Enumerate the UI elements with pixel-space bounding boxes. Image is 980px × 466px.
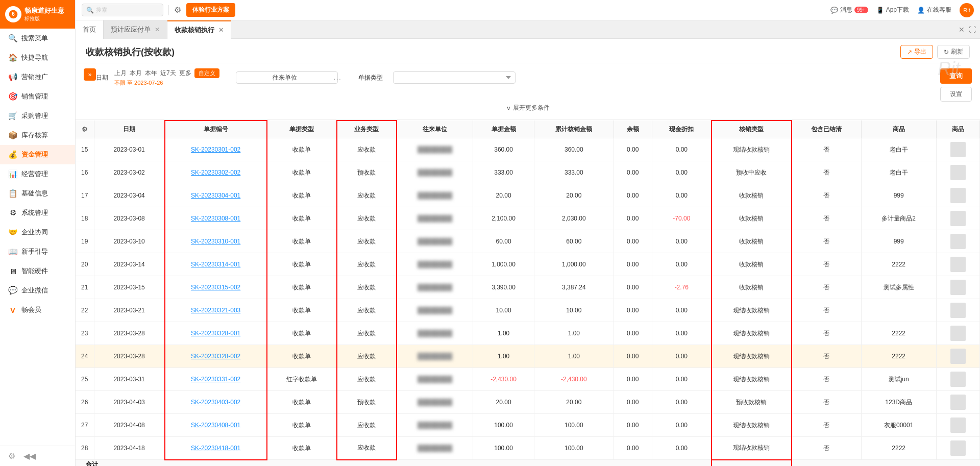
cell-bill-no[interactable]: SK-20230328-001: [165, 322, 267, 345]
cell-bill-no[interactable]: SK-20230304-001: [165, 184, 267, 207]
bill-type-select[interactable]: [393, 71, 516, 84]
table-footer-row: 合计: [76, 460, 980, 467]
cell-bill-no[interactable]: SK-20230314-001: [165, 253, 267, 276]
tab-collection[interactable]: 收款核销执行 ✕: [167, 20, 231, 39]
table-row: 26 2023-04-03 SK-20230403-002 收款单 预收款 ██…: [76, 391, 980, 414]
online-service-item[interactable]: 👤 在线客服: [917, 6, 951, 14]
close-window-icon[interactable]: ✕: [959, 26, 965, 34]
cell-bill-no[interactable]: SK-20230418-001: [165, 437, 267, 460]
footer-amount: [473, 460, 534, 467]
tab-receivable-close-icon[interactable]: ✕: [155, 26, 160, 33]
cell-partner: ████████: [397, 345, 473, 368]
sidebar-item-marketing[interactable]: 📢 营销推广: [0, 67, 75, 87]
bill-no-link[interactable]: SK-20230310-001: [191, 238, 240, 245]
date-this-year[interactable]: 本年: [145, 69, 157, 78]
filter-toggle-button[interactable]: »: [84, 68, 96, 81]
bill-no-link[interactable]: SK-20230314-001: [191, 261, 240, 268]
th-gear[interactable]: ⚙: [76, 120, 94, 138]
cell-amount: 20.00: [473, 391, 534, 414]
bill-no-link[interactable]: SK-20230321-003: [191, 307, 240, 314]
topbar-gear-icon[interactable]: ⚙: [174, 5, 181, 15]
cell-biz-type: 应收款: [337, 368, 397, 391]
refresh-button[interactable]: ↻ 刷新: [937, 45, 970, 59]
date-7days[interactable]: 近7天: [160, 69, 176, 78]
sidebar-item-basic[interactable]: 📋 基础信息: [0, 184, 75, 203]
sidebar-item-system[interactable]: ⚙ 系统管理: [0, 203, 75, 223]
sidebar-item-wechat[interactable]: 💬 企业微信: [0, 281, 75, 300]
cell-bill-type: 收款单: [267, 414, 337, 437]
cell-bill-type: 收款单: [267, 391, 337, 414]
sidebar-item-label: 经营管理: [21, 169, 48, 179]
cell-balance: 0.00: [614, 253, 652, 276]
expand-more-button[interactable]: ∨ 展开更多条件: [84, 102, 972, 114]
filter-bar: » 日期 上月 本月 本年 近7天 更多 自定义: [76, 63, 980, 120]
bill-no-link[interactable]: SK-20230331-002: [191, 376, 240, 383]
sidebar-item-collab[interactable]: 🤝 企业协同: [0, 223, 75, 242]
cell-bill-no[interactable]: SK-20230321-003: [165, 299, 267, 322]
cell-bill-no[interactable]: SK-20230308-001: [165, 207, 267, 230]
th-bill-type: 单据类型: [267, 120, 337, 138]
tabbar-end: ✕ ⛶: [231, 20, 980, 38]
sidebar-item-purchase[interactable]: 🛒 采购管理: [0, 106, 75, 126]
bill-no-link[interactable]: SK-20230302-002: [191, 169, 240, 176]
export-button[interactable]: ↗ 导出: [900, 45, 933, 59]
tab-receivable[interactable]: 预计应应付单 ✕: [104, 20, 167, 39]
date-custom-button[interactable]: 自定义: [194, 68, 219, 78]
cell-bill-type: 收款单: [267, 184, 337, 207]
sidebar-item-sales[interactable]: 🎯 销售管理: [0, 87, 75, 106]
bill-no-link[interactable]: SK-20230301-002: [191, 146, 240, 153]
th-amount: 单据金额: [473, 120, 534, 138]
user-avatar[interactable]: Rit: [960, 3, 974, 17]
bill-no-link[interactable]: SK-20230315-002: [191, 284, 240, 291]
cell-date: 2023-03-21: [94, 299, 165, 322]
sidebar-item-shortcut[interactable]: 🏠 快捷导航: [0, 48, 75, 67]
tab-home[interactable]: 首页: [76, 20, 104, 39]
sidebar-item-inventory[interactable]: 📦 库存核算: [0, 126, 75, 145]
query-button[interactable]: 查询: [940, 68, 972, 84]
sidebar-item-guide[interactable]: 📖 新手引导: [0, 242, 75, 261]
bill-no-link[interactable]: SK-20230403-002: [191, 399, 240, 406]
footer-goods1: [861, 460, 936, 467]
bill-no-link[interactable]: SK-20230408-001: [191, 422, 240, 429]
sidebar-item-member[interactable]: V 畅会员: [0, 300, 75, 320]
date-last-month[interactable]: 上月: [114, 69, 127, 78]
maximize-icon[interactable]: ⛶: [969, 26, 976, 34]
cell-bill-no[interactable]: SK-20230408-001: [165, 414, 267, 437]
cell-bill-no[interactable]: SK-20230315-002: [165, 276, 267, 299]
settings-icon[interactable]: ⚙: [8, 451, 15, 461]
cell-bill-no[interactable]: SK-20230310-001: [165, 230, 267, 253]
collapse-icon[interactable]: ◀◀: [23, 451, 36, 461]
sidebar-item-operations[interactable]: 📊 经营管理: [0, 164, 75, 184]
cell-bill-no[interactable]: SK-20230302-002: [165, 161, 267, 184]
sidebar-item-search[interactable]: 🔍 搜索菜单: [0, 29, 75, 48]
cell-bill-no[interactable]: SK-20230403-002: [165, 391, 267, 414]
bill-no-link[interactable]: SK-20230418-001: [191, 445, 240, 452]
column-settings-icon[interactable]: ⚙: [82, 126, 88, 133]
message-item[interactable]: 💬 消息 99+: [830, 6, 868, 14]
sidebar-item-finance[interactable]: 💰 资金管理: [0, 145, 75, 164]
date-range-display: 不限 至 2023-07-26: [114, 79, 219, 87]
topbar-search-box[interactable]: 🔍 搜索: [82, 4, 163, 16]
bill-no-link[interactable]: SK-20230328-001: [191, 330, 240, 337]
cell-amount: 3,390.00: [473, 276, 534, 299]
bill-no-link[interactable]: SK-20230308-001: [191, 215, 240, 222]
cell-balance: 0.00: [614, 230, 652, 253]
solution-button[interactable]: 体验行业方案: [186, 3, 235, 17]
cell-bill-no[interactable]: SK-20230301-002: [165, 138, 267, 161]
cell-no: 21: [76, 276, 94, 299]
bill-no-link[interactable]: SK-20230304-001: [191, 192, 240, 199]
sidebar-item-label: 系统管理: [21, 208, 48, 217]
sidebar-item-hardware[interactable]: 🖥 智能硬件: [0, 261, 75, 281]
cell-bill-no[interactable]: SK-20230331-002: [165, 368, 267, 391]
app-download-item[interactable]: 📱 App下载: [876, 6, 909, 14]
cell-biz-type: 预收款: [337, 391, 397, 414]
bill-no-link[interactable]: SK-20230328-002: [191, 353, 240, 360]
filter-settings-button[interactable]: 设置: [940, 87, 972, 102]
sidebar-item-label: 采购管理: [21, 111, 48, 120]
date-this-month[interactable]: 本月: [130, 69, 142, 78]
cell-balance: 0.00: [614, 391, 652, 414]
tab-collection-close-icon[interactable]: ✕: [218, 27, 224, 34]
date-more[interactable]: 更多: [179, 69, 191, 78]
cell-bill-no[interactable]: SK-20230328-002: [165, 345, 267, 368]
table-row: 18 2023-03-08 SK-20230308-001 收款单 应收款 ██…: [76, 207, 980, 230]
